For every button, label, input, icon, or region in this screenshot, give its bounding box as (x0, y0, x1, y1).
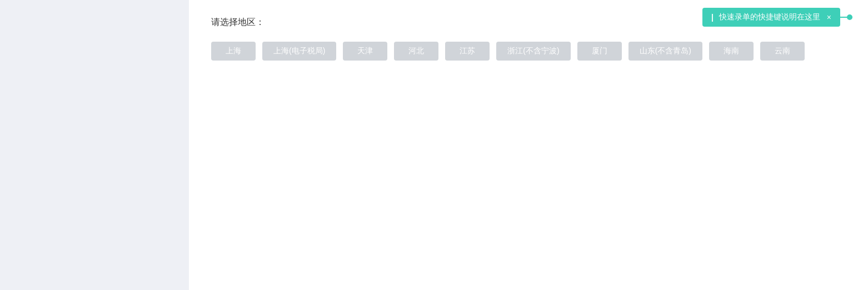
tooltip-connector-dot (847, 14, 852, 20)
left-sidebar (0, 0, 189, 290)
tooltip-close-button[interactable]: × (827, 13, 831, 22)
region-button-shandong[interactable]: 山东(不含青岛) (628, 42, 702, 61)
main-content: 请选择地区： 上海上海(电子税局)天津河北江苏浙江(不含宁波)厦门山东(不含青岛… (189, 0, 868, 290)
region-button-xiamen[interactable]: 厦门 (577, 42, 622, 61)
region-button-zhejiang[interactable]: 浙江(不含宁波) (496, 42, 570, 61)
region-button-jiangsu[interactable]: 江苏 (445, 42, 490, 61)
region-button-shanghai-etax[interactable]: 上海(电子税局) (262, 42, 336, 61)
tooltip-banner: 快速录单的快捷键说明在这里 × (702, 8, 840, 27)
region-button-shanghai[interactable]: 上海 (211, 42, 256, 61)
region-button-hebei[interactable]: 河北 (394, 42, 438, 61)
region-button-yunnan[interactable]: 云南 (760, 42, 805, 61)
tooltip-text: 快速录单的快捷键说明在这里 (719, 12, 820, 22)
region-button-hainan[interactable]: 海南 (709, 42, 754, 61)
region-buttons: 上海上海(电子税局)天津河北江苏浙江(不含宁波)厦门山东(不含青岛)海南云南 (211, 42, 846, 61)
region-button-tianjin[interactable]: 天津 (343, 42, 387, 61)
